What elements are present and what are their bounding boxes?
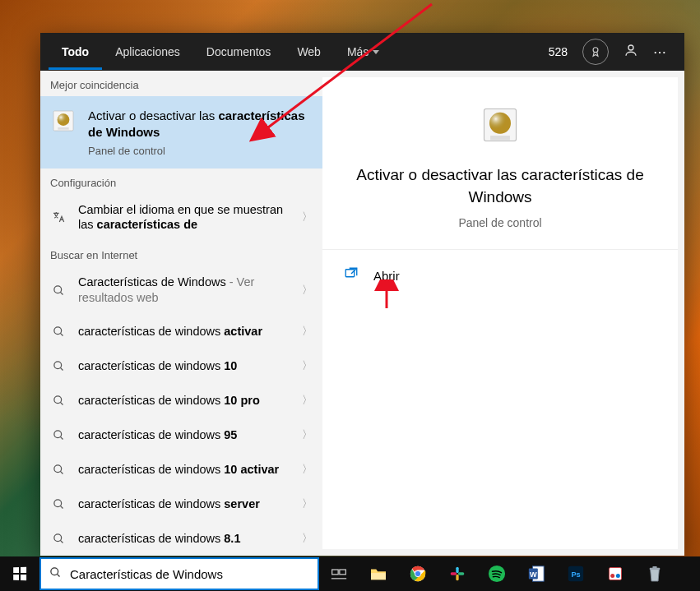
- svg-rect-36: [371, 573, 386, 579]
- svg-point-20: [53, 533, 61, 541]
- chevron-right-icon: 〉: [302, 496, 313, 511]
- web-result[interactable]: características de windows 10 pro 〉: [40, 383, 322, 418]
- results-list: Mejor coincidencia Activar o desactivar …: [40, 71, 322, 556]
- tab-web[interactable]: Web: [284, 34, 334, 70]
- search-icon: [50, 392, 67, 409]
- web-result-top[interactable]: Características de Windows - Ver resulta…: [40, 266, 322, 314]
- svg-line-19: [60, 506, 63, 508]
- svg-text:Ps: Ps: [571, 570, 580, 579]
- svg-text:W: W: [530, 570, 537, 579]
- svg-point-14: [53, 430, 61, 437]
- taskbar: W Ps: [0, 556, 700, 591]
- task-view-icon[interactable]: [319, 556, 359, 591]
- web-result-text: características de windows 10 activar: [78, 462, 290, 478]
- tab-all[interactable]: Todo: [49, 34, 102, 70]
- best-match-text: Activar o desactivar las características…: [88, 108, 313, 157]
- web-result[interactable]: características de windows server 〉: [40, 487, 322, 521]
- web-result[interactable]: características de windows 10 〉: [40, 349, 322, 383]
- file-explorer-icon[interactable]: [359, 556, 398, 591]
- open-icon: [344, 266, 359, 284]
- web-row-pre: características de windows: [78, 532, 224, 545]
- svg-rect-50: [610, 568, 622, 580]
- best-title-pre: Activar o desactivar las: [88, 109, 218, 122]
- chevron-right-icon: 〉: [302, 358, 313, 373]
- word-icon[interactable]: W: [517, 556, 556, 591]
- settings-result-language[interactable]: Cambiar el idioma en que se muestran las…: [40, 194, 322, 242]
- spotify-icon[interactable]: [477, 556, 517, 591]
- svg-line-21: [60, 540, 63, 543]
- svg-line-7: [60, 292, 63, 294]
- chevron-down-icon: [373, 50, 379, 54]
- search-results-panel: Todo Aplicaciones Documentos Web Más 528…: [40, 33, 684, 556]
- photoshop-icon[interactable]: Ps: [556, 556, 596, 591]
- best-match-title: Activar o desactivar las características…: [88, 108, 313, 141]
- web-result-text: características de windows activar: [78, 324, 290, 339]
- taskbar-icons: W Ps: [319, 556, 675, 591]
- web-row-bold: 8.1: [224, 532, 240, 545]
- start-button[interactable]: [0, 556, 39, 591]
- svg-point-8: [53, 326, 61, 334]
- chevron-right-icon: 〉: [302, 210, 313, 224]
- snipping-tool-icon[interactable]: [596, 556, 635, 591]
- svg-line-13: [60, 402, 63, 404]
- web-result-text: características de windows 95: [78, 427, 290, 443]
- svg-line-17: [60, 471, 63, 473]
- svg-point-12: [53, 395, 61, 403]
- web-result-text: características de windows server: [78, 496, 290, 512]
- tab-more[interactable]: Más: [334, 34, 392, 70]
- recycle-bin-icon[interactable]: [635, 556, 675, 591]
- svg-line-11: [60, 367, 63, 370]
- language-icon: [50, 209, 67, 225]
- detail-subtitle: Panel de control: [355, 216, 645, 229]
- svg-point-16: [53, 464, 61, 472]
- svg-rect-54: [652, 566, 656, 568]
- more-options-icon[interactable]: ⋯: [653, 44, 668, 60]
- svg-rect-34: [340, 570, 346, 575]
- detail-header: Activar o desactivar las características…: [322, 77, 678, 250]
- tab-apps[interactable]: Aplicaciones: [102, 34, 193, 70]
- svg-line-9: [60, 333, 63, 335]
- web-result-text: características de windows 8.1: [78, 531, 290, 547]
- tab-documents[interactable]: Documentos: [193, 34, 285, 70]
- web-result[interactable]: características de windows 8.1 〉: [40, 521, 322, 556]
- rewards-medal-icon[interactable]: [582, 39, 609, 65]
- web-result-text: características de windows 10: [78, 358, 290, 374]
- chevron-right-icon: 〉: [302, 427, 313, 442]
- web-result[interactable]: características de windows 95 〉: [40, 418, 322, 452]
- web-row-pre: características de windows: [78, 359, 224, 372]
- svg-rect-5: [58, 127, 68, 130]
- feedback-icon[interactable]: [624, 43, 638, 61]
- chevron-right-icon: 〉: [302, 531, 313, 546]
- search-icon: [50, 358, 67, 374]
- panel-body: Mejor coincidencia Activar o desactivar …: [40, 71, 684, 556]
- svg-rect-26: [345, 270, 355, 277]
- svg-point-24: [489, 113, 511, 134]
- svg-point-51: [610, 574, 614, 578]
- svg-point-6: [53, 286, 61, 293]
- chevron-right-icon: 〉: [302, 462, 313, 477]
- search-input[interactable]: [70, 567, 309, 581]
- best-match-subtitle: Panel de control: [88, 145, 313, 157]
- web-row-pre: características de windows: [78, 497, 224, 510]
- open-label: Abrir: [373, 269, 400, 283]
- search-icon: [50, 496, 67, 512]
- search-icon: [50, 427, 67, 443]
- svg-rect-41: [458, 572, 465, 575]
- web-row-pre: características de windows: [78, 325, 224, 338]
- svg-rect-40: [456, 567, 458, 574]
- control-panel-icon: [477, 102, 523, 148]
- open-action[interactable]: Abrir: [322, 250, 678, 301]
- tab-more-label: Más: [347, 45, 369, 58]
- windows-logo-icon: [13, 567, 26, 580]
- web-row-bold: 10: [224, 359, 237, 372]
- web-result[interactable]: características de windows 10 activar 〉: [40, 452, 322, 487]
- svg-line-15: [60, 436, 63, 439]
- web-result[interactable]: características de windows activar 〉: [40, 314, 322, 349]
- search-tabs-bar: Todo Aplicaciones Documentos Web Más 528…: [40, 33, 684, 71]
- chrome-icon[interactable]: [398, 556, 438, 591]
- slack-icon[interactable]: [438, 556, 477, 591]
- svg-rect-33: [332, 570, 339, 575]
- taskbar-search-box[interactable]: [39, 557, 319, 590]
- best-match-result[interactable]: Activar o desactivar las características…: [40, 96, 322, 169]
- svg-point-18: [53, 499, 61, 506]
